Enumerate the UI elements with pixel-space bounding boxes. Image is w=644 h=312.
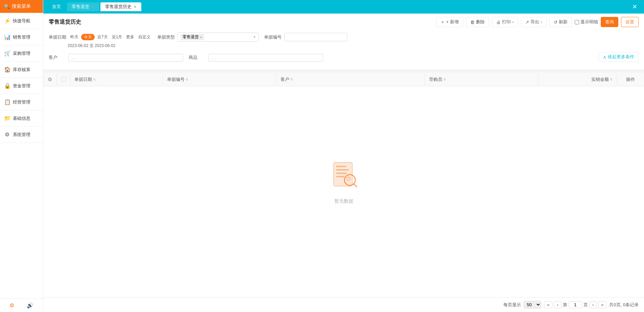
first-page-button[interactable]: «: [544, 301, 552, 308]
search-icon: 🔍: [4, 4, 10, 9]
th-action: 操作: [617, 74, 644, 85]
sidebar-item-label: 销售管理: [13, 34, 30, 40]
tab-retail-return-label: 零售退货: [72, 4, 89, 10]
page-title-bar: 零售退货历史 ＋ + 新增 🗑 删除 🖨 打印 ▾: [49, 17, 639, 27]
settings-footer-icon[interactable]: ⚙: [9, 302, 14, 309]
filter-area: 单据日期 昨天 今天 近7天 近1月 更多 自定义 单据类型: [49, 30, 639, 70]
export-dropdown-icon: ▾: [541, 20, 542, 24]
settings-button[interactable]: 设置: [621, 17, 639, 27]
amount-sort-icon[interactable]: ⇅: [610, 77, 613, 81]
doc-type-select[interactable]: 零售退货 × ▾: [177, 32, 259, 42]
purchase-icon: 🛒: [4, 50, 10, 57]
collapse-filter-button[interactable]: ∧ 收起更多条件: [599, 52, 639, 62]
customer-placeholder: …: [71, 55, 180, 60]
filter-row-2: 客户 … 商品 … ∧: [49, 51, 639, 64]
sidebar-item-system[interactable]: ⚙ 系统管理: [0, 127, 43, 143]
select-all-checkbox[interactable]: [61, 77, 66, 82]
sidebar-item-basic-info[interactable]: 📁 基础信息: [0, 110, 43, 127]
product-placeholder: …: [211, 55, 320, 60]
th-action-label: 操作: [626, 76, 635, 83]
sidebar-item-purchase[interactable]: 🛒 采购管理: [0, 45, 43, 62]
date-more[interactable]: 更多: [125, 34, 136, 40]
th-guide: 导购员 ⇅: [425, 74, 539, 85]
export-icon: ↗: [525, 20, 529, 25]
product-input[interactable]: …: [208, 54, 323, 62]
tab-retail-return-close[interactable]: ✕: [91, 5, 94, 9]
th-guide-label: 导购员: [429, 76, 442, 83]
sidebar-item-label: 采购管理: [13, 50, 30, 57]
th-date-label: 单据日期: [74, 76, 92, 83]
prev-page-button[interactable]: ‹: [554, 301, 561, 308]
date-yesterday[interactable]: 昨天: [69, 34, 80, 40]
sidebar-item-operations[interactable]: 📋 经营管理: [0, 94, 43, 110]
doc-number-input[interactable]: [284, 33, 347, 41]
collapse-icon: ∧: [603, 54, 606, 60]
tab-retail-return-history-label: 零售退货历史: [105, 4, 132, 10]
customer-sort-icon[interactable]: ⇅: [290, 77, 293, 81]
date-filter-label: 单据日期: [49, 34, 66, 40]
add-button[interactable]: ＋ + 新增: [436, 17, 463, 27]
th-customer-label: 客户: [281, 76, 289, 83]
sidebar-item-finance[interactable]: 🔒 资金管理: [0, 78, 43, 94]
doc-type-tag-close[interactable]: ×: [200, 35, 202, 39]
display-detail-checkbox[interactable]: [575, 20, 579, 24]
doc-number-filter: 单据编号: [264, 33, 347, 41]
main-content: 首页 零售退货 ✕ 零售退货历史 ✕ ✕ 零售退货历史 ＋ + 新增 🗑: [43, 0, 644, 312]
quick-nav-icon: ⚡: [4, 18, 10, 24]
pagination-nav: « ‹ 第 页 › »: [544, 301, 606, 308]
sidebar-item-label: 经营管理: [13, 99, 30, 105]
sidebar-item-label: 资金管理: [13, 83, 30, 89]
doc-type-tag: 零售退货 ×: [181, 34, 204, 40]
date-last-month[interactable]: 近1月: [111, 34, 124, 40]
doc-type-label: 单据类型: [157, 34, 175, 40]
customer-input[interactable]: …: [68, 54, 183, 62]
th-settings[interactable]: ⚙: [43, 74, 57, 85]
page-prefix: 第: [563, 302, 567, 308]
sidebar-item-inventory[interactable]: 🏠 库存核算: [0, 62, 43, 78]
query-button[interactable]: 查询: [601, 17, 618, 27]
page-number-input[interactable]: [569, 301, 582, 308]
add-icon: ＋: [440, 19, 445, 25]
sound-footer-icon[interactable]: 🔊: [27, 302, 33, 309]
tab-retail-return[interactable]: 零售退货 ✕: [67, 2, 99, 11]
date-today[interactable]: 今天: [81, 34, 95, 40]
tab-retail-return-history[interactable]: 零售退货历史 ✕: [100, 2, 141, 11]
date-last7[interactable]: 近7天: [96, 34, 109, 40]
basic-info-icon: 📁: [4, 115, 10, 121]
display-detail-checkbox-wrapper[interactable]: 显示明细: [575, 19, 598, 25]
customer-filter: 客户 …: [49, 54, 183, 62]
th-checkbox: [57, 74, 70, 85]
th-customer: 客户 ⇅: [277, 74, 425, 85]
svg-rect-1: [336, 166, 346, 167]
tab-retail-return-history-close[interactable]: ✕: [134, 5, 137, 9]
sidebar-item-quick-nav[interactable]: ⚡ 快捷导航: [0, 13, 43, 29]
page-size-select[interactable]: 50 20 100: [524, 301, 541, 309]
delete-button[interactable]: 🗑 删除: [466, 17, 489, 27]
customer-label: 客户: [49, 54, 66, 61]
product-label: 商品: [189, 54, 206, 61]
sidebar-search-button[interactable]: 🔍 搜索菜单: [0, 0, 43, 13]
refresh-button[interactable]: ↺ 刷新: [549, 17, 572, 27]
empty-state: 暂无数据: [43, 86, 644, 297]
print-dropdown-icon: ▾: [512, 20, 514, 24]
table-header: ⚙ 单据日期 ⇅ 单据编号 ⇅ 客户 ⇅ 导购员: [43, 73, 644, 86]
page-content: 零售退货历史 ＋ + 新增 🗑 删除 🖨 打印 ▾: [43, 14, 644, 312]
date-sort-icon[interactable]: ⇅: [93, 77, 96, 81]
last-page-button[interactable]: »: [598, 301, 606, 308]
sidebar-item-sales[interactable]: 📊 销售管理: [0, 29, 43, 45]
empty-text: 暂无数据: [334, 198, 353, 204]
sales-icon: 📊: [4, 34, 10, 40]
tab-home[interactable]: 首页: [47, 2, 66, 11]
next-page-button[interactable]: ›: [589, 301, 597, 308]
number-sort-icon[interactable]: ⇅: [186, 77, 188, 81]
close-all-tabs-button[interactable]: ✕: [629, 3, 640, 10]
sidebar: 🔍 搜索菜单 ⚡ 快捷导航 📊 销售管理 🛒 采购管理 🏠 库存核算 🔒 资金管…: [0, 0, 43, 312]
print-button[interactable]: 🖨 打印 ▾: [492, 17, 518, 27]
guide-sort-icon[interactable]: ⇅: [443, 77, 446, 81]
export-button[interactable]: ↗ 导出 ▾: [521, 17, 547, 27]
page-title: 零售退货历史: [49, 19, 81, 26]
th-number: 单据编号 ⇅: [163, 74, 277, 85]
system-icon: ⚙: [4, 131, 10, 138]
column-settings-icon[interactable]: ⚙: [48, 76, 52, 83]
date-custom[interactable]: 自定义: [137, 34, 152, 40]
